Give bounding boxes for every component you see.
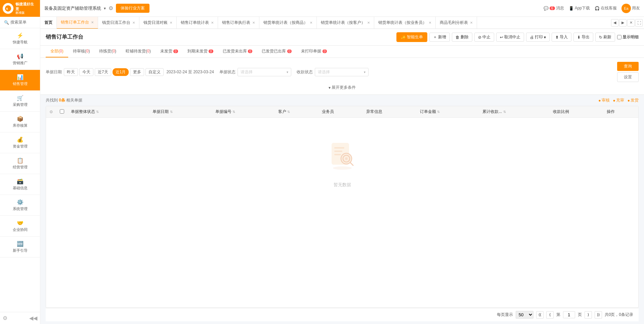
date-1month[interactable]: 近1月: [113, 68, 129, 76]
filter-tab-shipped-out[interactable]: 已发货已出库 0: [257, 46, 296, 57]
page-first-button[interactable]: ⟨⟨: [536, 311, 544, 319]
collab-icon: 🤝: [17, 220, 24, 226]
col-date[interactable]: 单据日期 ⇅: [149, 106, 212, 118]
select-all-checkbox[interactable]: [60, 109, 64, 114]
user-profile-item[interactable]: Ea 用友: [621, 4, 640, 13]
sidebar-item-marketing[interactable]: 📢 营销推广: [0, 49, 40, 70]
filter-tab-shipped-not-out[interactable]: 已发货未出库 0: [218, 46, 257, 57]
search-menu-item[interactable]: 🔍 搜索菜单: [0, 17, 40, 28]
online-service-item[interactable]: 🎧 在线客服: [595, 5, 617, 11]
sidebar-item-inventory[interactable]: 📦 库存核算: [0, 112, 40, 132]
audit-batch-button[interactable]: ● 审核: [598, 97, 609, 103]
date-more[interactable]: 更多: [130, 68, 144, 76]
import-button[interactable]: ⬆ 导入: [552, 33, 571, 42]
col-ratio: 收款比例: [550, 106, 603, 118]
expand-conditions-button[interactable]: ▾ 展开更多条件: [329, 85, 356, 90]
col-checkbox[interactable]: [56, 106, 68, 118]
sidebar-item-base[interactable]: 🗃️ 基础信息: [0, 174, 40, 195]
page-prev-button[interactable]: ⟨: [546, 311, 554, 319]
filter-tab-not-printed[interactable]: 未打印单据 0: [296, 46, 332, 57]
app-download-item[interactable]: 📱 App下载: [569, 5, 590, 11]
tab-goods-stats-product[interactable]: 销货单统计表（按商品） ✕: [259, 17, 317, 29]
sidebar-item-finance[interactable]: 💰 资金管理: [0, 132, 40, 153]
tab-goods-stats-salesperson[interactable]: 销货单统计表（按业务员） ✕: [374, 17, 436, 29]
page-last-button[interactable]: ⟩⟩: [595, 311, 602, 319]
page-next-button[interactable]: ⟩: [585, 311, 592, 319]
tab-close-sales-workbench[interactable]: ✕: [91, 21, 94, 24]
tab-next-button[interactable]: ▶: [619, 19, 627, 27]
tab-close-daily-reconcile[interactable]: ✕: [170, 21, 172, 25]
tab-close-sales-exec[interactable]: ✕: [252, 21, 255, 25]
print-button[interactable]: 🖨 打印 ▾: [526, 33, 550, 42]
col-number[interactable]: 单据编号 ⇅: [212, 106, 275, 118]
query-button[interactable]: 查询: [617, 62, 639, 71]
tab-close-goods-stats-customer[interactable]: ✕: [367, 21, 370, 25]
cancel-stop-button[interactable]: ↩ 取消中止: [496, 33, 524, 42]
date-today[interactable]: 今天: [79, 68, 93, 76]
total-text: 共0页，0条记录: [605, 312, 633, 318]
tab-goods-stats-customer[interactable]: 销货单统计表（按客户） ✕: [317, 17, 374, 29]
tab-daily-reconcile[interactable]: 钱货日清对账 ✕: [139, 17, 177, 29]
col-amount[interactable]: 订单金额 ⇅: [417, 106, 479, 118]
settings-gear-icon[interactable]: ⚙: [109, 5, 113, 11]
status-select[interactable]: 请选择 ▾: [238, 68, 291, 76]
col-customer[interactable]: 客户 ⇅: [275, 106, 318, 118]
setting-button[interactable]: 设置: [617, 72, 639, 82]
col-settings[interactable]: ⚙: [46, 106, 56, 118]
export-button[interactable]: ⬇ 导出: [573, 33, 593, 42]
sidebar-item-sales[interactable]: 📊 销售管理: [0, 70, 40, 91]
tab-daily-clear[interactable]: 钱货日清工作台 ✕: [98, 17, 139, 29]
tab-close-all-button[interactable]: ✕: [627, 19, 635, 27]
filter-tab-pending-pick[interactable]: 待拣货(0): [94, 46, 121, 57]
sidebar-item-collab[interactable]: 🤝 企业协同: [0, 216, 40, 237]
ship-batch-button[interactable]: ● 发货: [628, 97, 639, 103]
sidebar-item-quicknav[interactable]: ⚡ 快捷导航: [0, 28, 40, 49]
ai-generate-button[interactable]: ✨ 智能生单: [396, 32, 427, 42]
tab-sales-stats[interactable]: 销售订单统计表 ✕: [177, 17, 218, 29]
date-yesterday[interactable]: 昨天: [64, 68, 78, 76]
filter-tab-wangpu-ship[interactable]: 旺铺待发货(0): [121, 46, 156, 57]
col-received[interactable]: 累计收款... ⇅: [479, 106, 550, 118]
filter-tab-overdue-unshipped[interactable]: 到期未发货 0: [183, 46, 218, 57]
settings-icon[interactable]: ⚙: [3, 315, 7, 321]
cancel-audit-batch-button[interactable]: ● 充审: [613, 97, 624, 103]
sidebar-item-guide[interactable]: 🆕 新手引导: [0, 237, 40, 257]
filter-tab-pending-audit[interactable]: 待审核(0): [68, 46, 95, 57]
col-salesperson[interactable]: 业务员: [318, 106, 363, 118]
payment-select[interactable]: 请选择 ▾: [315, 68, 369, 76]
show-detail-label[interactable]: 显示明细: [617, 34, 639, 40]
tab-close-daily-clear[interactable]: ✕: [132, 21, 135, 25]
tab-close-sales-stats[interactable]: ✕: [211, 21, 214, 25]
delete-button[interactable]: 🗑 删除: [452, 33, 472, 42]
per-page-select[interactable]: 50 100: [516, 311, 533, 319]
date-custom[interactable]: 自定义: [145, 68, 164, 76]
filter-tab-unshipped[interactable]: 未发货 0: [156, 46, 183, 57]
tab-close-goods-stats-product[interactable]: ✕: [310, 21, 312, 25]
tab-close-goods-stats-salesperson[interactable]: ✕: [429, 21, 431, 25]
industry-solution-button[interactable]: 体验行业方案: [116, 4, 149, 13]
sidebar-item-purchase[interactable]: 🛒 采购管理: [0, 91, 40, 112]
page-input[interactable]: [563, 311, 575, 318]
tab-close-margin-analysis[interactable]: ✕: [470, 21, 473, 25]
tab-fullscreen-button[interactable]: ⛶: [635, 19, 643, 27]
show-detail-checkbox[interactable]: [617, 35, 621, 39]
tab-sales-workbench[interactable]: 销售订单工作台 ✕: [57, 17, 98, 29]
system-dropdown[interactable]: ▾: [104, 6, 106, 11]
filter-tab-all[interactable]: 全部(0): [46, 46, 68, 57]
main-area: 装备及固定资产辅助管理系统 ▾ ⚙ 体验行业方案 💬 6 消息 📱 App下载 …: [40, 0, 644, 324]
date-7days[interactable]: 近7天: [95, 68, 111, 76]
sidebar-item-system[interactable]: ⚙️ 系统管理: [0, 195, 40, 216]
stop-button[interactable]: ⊘ 中止: [474, 33, 494, 42]
svg-point-10: [345, 157, 348, 160]
collapse-icon[interactable]: ◀◀: [29, 315, 37, 321]
tab-home[interactable]: 首页: [40, 17, 57, 29]
new-button[interactable]: ＋ 新增: [429, 33, 450, 42]
tab-margin-analysis[interactable]: 商品毛利分析表 ✕: [436, 17, 477, 29]
ops-icon: 📋: [17, 157, 24, 164]
refresh-button[interactable]: ↻ 刷新: [595, 33, 615, 42]
tab-sales-exec[interactable]: 销售订单执行表 ✕: [218, 17, 259, 29]
sidebar-item-ops[interactable]: 📋 经营管理: [0, 153, 40, 174]
message-item[interactable]: 💬 6 消息: [544, 5, 564, 11]
empty-row: 暂无数据: [46, 118, 638, 208]
tab-prev-button[interactable]: ◀: [611, 19, 618, 27]
